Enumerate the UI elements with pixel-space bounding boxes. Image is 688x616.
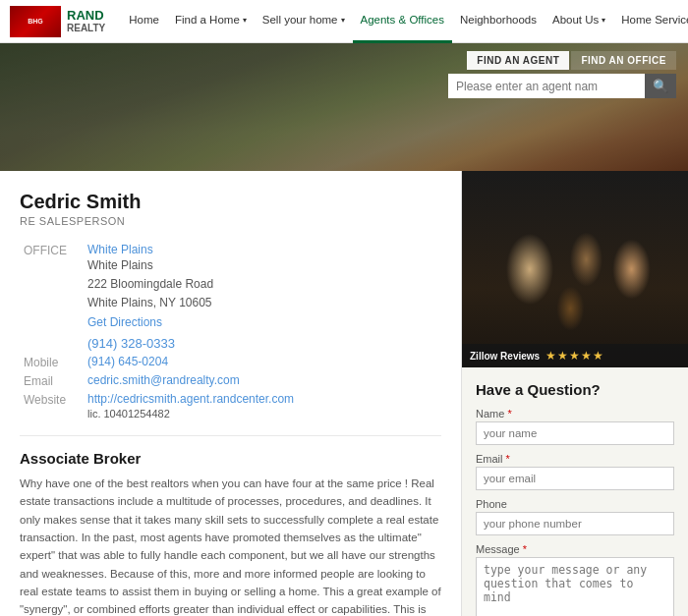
find-agent-tab[interactable]: FIND AN AGENT [467, 51, 569, 70]
nav-links: Home Find a Home ▾ Sell your home ▾ Agen… [121, 0, 688, 43]
zillow-label: Zillow Reviews [470, 351, 540, 362]
email-group: Email * [476, 453, 674, 490]
message-required: * [523, 543, 527, 555]
nav-agents[interactable]: Agents & Offices [353, 0, 452, 43]
agent-search-row: 🔍 [448, 74, 676, 98]
bio-text: Why have one of the best realtors when y… [20, 475, 441, 616]
name-label: Name * [476, 408, 674, 420]
website-row: Website http://cedricsmith.agent.randcen… [20, 390, 441, 421]
nav-home-services[interactable]: Home Services ▾ [613, 0, 688, 43]
directions-link[interactable]: Get Directions [87, 315, 162, 329]
agent-photo [462, 171, 688, 367]
star-3: ★ [569, 349, 580, 363]
office-label: OFFICE [20, 241, 84, 353]
mobile-row: Mobile (914) 645-0204 [20, 353, 441, 371]
email-required: * [506, 453, 510, 465]
nav-home[interactable]: Home [121, 0, 167, 43]
star-5: ★ [593, 349, 603, 363]
star-2: ★ [557, 349, 568, 363]
message-label: Message * [476, 543, 674, 555]
star-1: ★ [545, 349, 556, 363]
agent-info-table: OFFICE White Plains White Plains 222 Blo… [20, 241, 441, 421]
agent-search-input[interactable] [448, 74, 645, 98]
nav-about[interactable]: About Us ▾ [545, 0, 613, 43]
website-label: Website [20, 390, 84, 421]
agent-photo-box: Zillow Reviews ★ ★ ★ ★ ★ [462, 171, 688, 367]
phone-input[interactable] [476, 512, 674, 535]
name-group: Name * [476, 408, 674, 445]
website-link[interactable]: http://cedricsmith.agent.randcenter.com [87, 392, 294, 406]
email-label: Email [20, 371, 84, 390]
agent-search-bar: FIND AN AGENT FIND AN OFFICE 🔍 [448, 51, 676, 98]
bhg-logo: BHG [10, 6, 61, 37]
rand-logo: RAND REALTY [67, 9, 105, 33]
search-submit-button[interactable]: 🔍 [645, 74, 676, 98]
agent-name: Cedric Smith [20, 191, 441, 213]
search-tabs: FIND AN AGENT FIND AN OFFICE [467, 51, 676, 70]
star-4: ★ [581, 349, 592, 363]
zillow-stars: ★ ★ ★ ★ ★ [545, 349, 603, 363]
office-link[interactable]: White Plains [87, 243, 153, 256]
nav-neighborhoods[interactable]: Neighborhoods [452, 0, 545, 43]
mobile-label: Mobile [20, 353, 84, 371]
office-address: White Plains 222 Bloomingdale Road White… [87, 256, 437, 332]
nav-sell[interactable]: Sell your home ▾ [255, 0, 353, 43]
phone-group: Phone [476, 498, 674, 535]
agent-panel: Cedric Smith RE SALESPERSON OFFICE White… [0, 171, 462, 616]
nav-bar: BHG RAND REALTY Home Find a Home ▾ Sell … [0, 0, 688, 43]
phone-label: Phone [476, 498, 674, 510]
agent-title: RE SALESPERSON [20, 215, 441, 227]
nav-find-home[interactable]: Find a Home ▾ [167, 0, 255, 43]
hero-section: FIND AN AGENT FIND AN OFFICE 🔍 [0, 43, 688, 171]
office-value: White Plains White Plains 222 Bloomingda… [84, 241, 441, 353]
email-row: Email cedric.smith@randrealty.com [20, 371, 441, 390]
bio-title: Associate Broker [20, 450, 441, 467]
name-required: * [507, 408, 511, 420]
message-group: Message * [476, 543, 674, 616]
main-content: Cedric Smith RE SALESPERSON OFFICE White… [0, 171, 688, 616]
office-phone[interactable]: (914) 328-0333 [87, 336, 437, 351]
message-textarea[interactable] [476, 557, 674, 616]
logo[interactable]: BHG RAND REALTY [10, 6, 105, 37]
zillow-bar: Zillow Reviews ★ ★ ★ ★ ★ [462, 344, 688, 367]
mobile-link[interactable]: (914) 645-0204 [87, 355, 168, 368]
office-row: OFFICE White Plains White Plains 222 Blo… [20, 241, 441, 353]
question-form: Have a Question? Name * Email * Phone [462, 367, 688, 616]
section-divider [20, 435, 441, 436]
form-email-label: Email * [476, 453, 674, 465]
email-link[interactable]: cedric.smith@randrealty.com [87, 373, 240, 387]
form-title: Have a Question? [476, 381, 674, 398]
right-panel: Zillow Reviews ★ ★ ★ ★ ★ Have a Question… [462, 171, 688, 616]
find-office-tab[interactable]: FIND AN OFFICE [571, 51, 676, 70]
name-input[interactable] [476, 421, 674, 445]
form-email-input[interactable] [476, 467, 674, 490]
license-text: lic. 10401254482 [87, 408, 437, 420]
